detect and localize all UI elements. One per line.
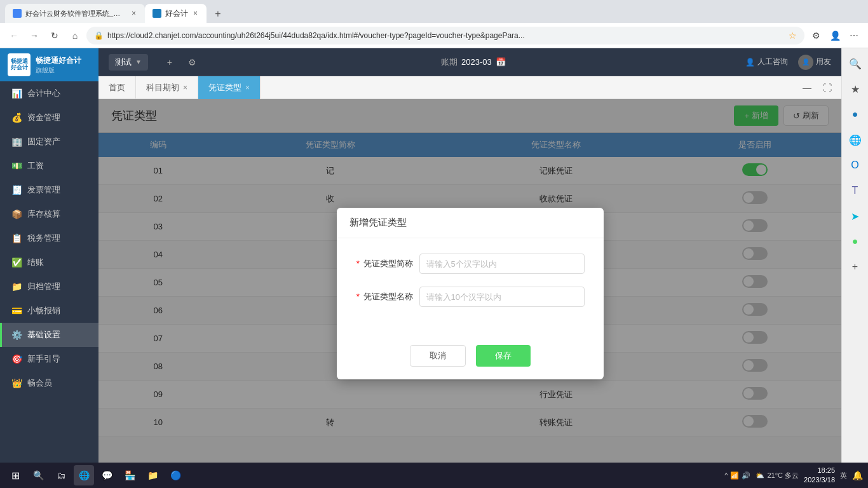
address-bar[interactable]: 🔒 https://cloud2.chanjet.com/accounting/… — [86, 27, 804, 44]
required-star-name: * — [356, 292, 360, 301]
sidebar-item-inventory[interactable]: 📦 库存核算 — [0, 202, 98, 226]
consult-icon: 👤 — [745, 58, 755, 67]
modal-footer: 取消 保存 — [337, 335, 604, 379]
consult-label: 人工咨询 — [757, 57, 788, 67]
right-panel-teams-btn[interactable]: T — [845, 180, 865, 201]
period-info: 账期 2023-03 📅 — [441, 57, 506, 68]
add-voucher-type-modal: 新增凭证类型 * 凭证类型简称 — [337, 208, 604, 379]
main-content: 测试 ▼ + ⚙ 账期 2023-03 📅 👤 人工咨询 👤 用友 — [98, 48, 841, 488]
home-button[interactable]: ⌂ — [66, 27, 84, 44]
right-panel-add-btn[interactable]: + — [845, 257, 865, 277]
page-tab-voucher-type-close[interactable]: × — [245, 83, 250, 92]
sidebar-item-checkout[interactable]: ✅ 结账 — [0, 250, 98, 274]
sidebar-item-dashboard[interactable]: 📊 会计中心 — [0, 81, 98, 105]
taskbar-wechat-button[interactable]: 💬 — [97, 465, 117, 485]
refresh-button[interactable]: ↻ — [46, 27, 64, 44]
notification-button[interactable]: 🔔 — [852, 470, 863, 480]
cancel-button[interactable]: 取消 — [410, 345, 466, 367]
user-button[interactable]: 👤 用友 — [798, 55, 831, 70]
content-area: 凭证类型 + 新增 ↺ 刷新 — [98, 99, 841, 488]
sidebar-title: 畅捷通好合计 — [36, 55, 81, 66]
page-tab-subject-period-close[interactable]: × — [183, 83, 187, 92]
right-panel-circle-btn[interactable]: ● — [845, 104, 865, 125]
menu-button[interactable]: ⋯ — [845, 27, 863, 44]
taskbar-edge-button[interactable]: 🌐 — [74, 465, 94, 485]
taskbar-search-button[interactable]: 🔍 — [28, 465, 48, 485]
new-tab-button[interactable]: + — [209, 5, 227, 23]
workspace-selector[interactable]: 测试 ▼ — [109, 54, 148, 71]
page-tab-subject-period[interactable]: 科目期初 × — [136, 76, 198, 99]
guide-icon: 🎯 — [11, 353, 22, 365]
dashboard-icon: 📊 — [11, 88, 22, 99]
volume-icon[interactable]: 🔊 — [742, 471, 750, 480]
header-right: 👤 人工咨询 👤 用友 — [745, 55, 831, 70]
form-label-name: * 凭证类型名称 — [356, 291, 419, 302]
taskbar-store-button[interactable]: 🏪 — [119, 465, 140, 485]
extensions-button[interactable]: ⚙ — [807, 27, 825, 44]
bookmark-icon[interactable]: ☆ — [789, 30, 797, 41]
weather-info: ⛅ 21°C 多云 — [756, 471, 799, 480]
modal-title: 新增凭证类型 — [349, 217, 407, 227]
sidebar-item-label-invoice: 发票管理 — [27, 184, 60, 196]
sidebar-item-capital[interactable]: 💰 资金管理 — [0, 105, 98, 130]
archive-icon: 📁 — [11, 281, 22, 292]
sidebar-item-label-salary: 工资 — [27, 160, 44, 172]
header-actions: + ⚙ — [161, 53, 201, 71]
sidebar-item-invoice[interactable]: 🧾 发票管理 — [0, 178, 98, 202]
calendar-icon[interactable]: 📅 — [496, 57, 506, 67]
sidebar-item-label-member: 畅会员 — [27, 377, 52, 389]
sidebar-header: 畅捷通好会计 畅捷通好合计 旗舰版 — [0, 48, 98, 81]
sidebar-item-tax[interactable]: 📋 税务管理 — [0, 226, 98, 250]
sidebar-item-member[interactable]: 👑 畅会员 — [0, 371, 98, 395]
tab-label-1: 好会计云财务软件管理系统_会计 — [25, 9, 126, 18]
lang-indicator[interactable]: 英 — [840, 471, 847, 480]
sidebar-item-label-settings: 基础设置 — [27, 329, 60, 341]
abbr-input[interactable] — [419, 254, 585, 274]
network-icon[interactable]: 📶 — [730, 471, 739, 480]
sidebar-item-salary[interactable]: 💵 工资 — [0, 154, 98, 178]
sidebar-item-fixed-assets[interactable]: 🏢 固定资产 — [0, 130, 98, 154]
sidebar-nav: 📊 会计中心 💰 资金管理 🏢 固定资产 💵 工资 🧾 发票管理 📦 库 — [0, 81, 98, 465]
sidebar-item-archive[interactable]: 📁 归档管理 — [0, 274, 98, 299]
page-tab-subject-period-label: 科目期初 — [146, 82, 179, 93]
sidebar-item-expense[interactable]: 💳 小畅报销 — [0, 299, 98, 323]
capital-icon: 💰 — [11, 112, 22, 123]
taskbar-start-button[interactable]: ⊞ — [5, 465, 25, 485]
forward-button[interactable]: → — [25, 27, 43, 44]
taskbar-taskview-button[interactable]: 🗂 — [51, 465, 71, 485]
tab-minimize-button[interactable]: — — [798, 79, 816, 97]
right-panel-globe-btn[interactable]: 🌐 — [845, 130, 865, 150]
app-container: 畅捷通好会计 畅捷通好合计 旗舰版 📊 会计中心 💰 资金管理 🏢 固定资产 💵 — [0, 48, 868, 488]
right-panel-green-btn[interactable]: ● — [845, 231, 865, 252]
toolbar-actions: ⚙ 👤 ⋯ — [807, 27, 863, 44]
browser-tab-1[interactable]: 好会计云财务软件管理系统_会计 × — [5, 4, 145, 23]
save-button[interactable]: 保存 — [476, 345, 531, 367]
tab-maximize-button[interactable]: ⛶ — [818, 79, 836, 97]
taskbar-files-button[interactable]: 📁 — [142, 465, 163, 485]
workspace-name: 测试 — [115, 57, 132, 68]
page-tab-bar: 首页 科目期初 × 凭证类型 × — ⛶ — [98, 76, 841, 99]
right-panel-star-btn[interactable]: ★ — [845, 79, 865, 99]
right-panel-arrow-btn[interactable]: ➤ — [845, 206, 865, 226]
browser-tab-2[interactable]: 好会计 × — [145, 4, 207, 23]
tab-close-2[interactable]: × — [192, 8, 199, 19]
tab-close-1[interactable]: × — [130, 8, 137, 19]
right-panel-outlook-btn[interactable]: O — [845, 155, 865, 175]
weather-icon: ⛅ — [756, 471, 764, 480]
chevron-up-icon[interactable]: ^ — [724, 471, 728, 479]
add-workspace-button[interactable]: + — [161, 53, 179, 71]
browser-chrome: 好会计云财务软件管理系统_会计 × 好会计 × + ← → ↻ ⌂ 🔒 http… — [0, 0, 868, 48]
page-tab-voucher-type-label: 凭证类型 — [208, 82, 241, 93]
back-button[interactable]: ← — [5, 27, 23, 44]
sidebar-item-guide[interactable]: 🎯 新手引导 — [0, 347, 98, 371]
taskbar-chrome-button[interactable]: 🔵 — [165, 465, 186, 485]
right-panel-search-btn[interactable]: 🔍 — [845, 53, 865, 74]
consult-button[interactable]: 👤 人工咨询 — [745, 57, 788, 67]
settings-header-button[interactable]: ⚙ — [184, 53, 201, 71]
sidebar-item-label-guide: 新手引导 — [27, 353, 60, 365]
profile-button[interactable]: 👤 — [826, 27, 844, 44]
sidebar-item-settings[interactable]: ⚙️ 基础设置 — [0, 323, 98, 347]
name-input[interactable] — [419, 287, 585, 307]
page-tab-home[interactable]: 首页 — [98, 76, 136, 99]
page-tab-voucher-type[interactable]: 凭证类型 × — [198, 76, 261, 99]
